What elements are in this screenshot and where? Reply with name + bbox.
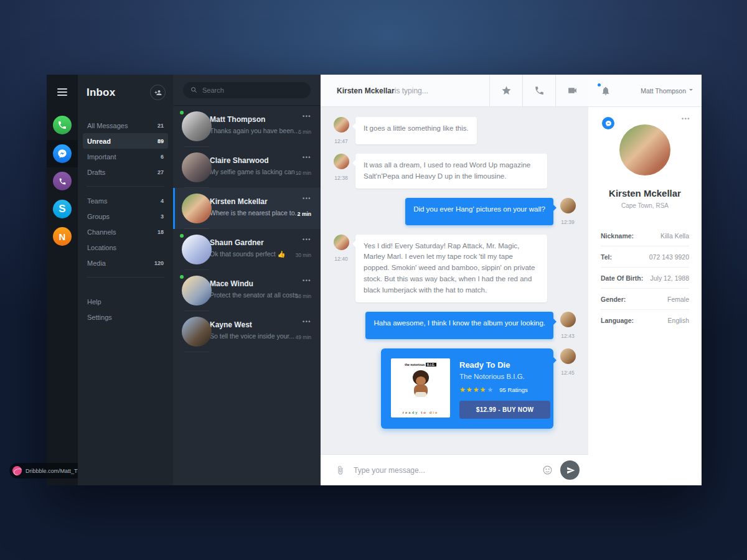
app-rail: S N Dribbble.com/Matt_Thompson xyxy=(47,75,78,485)
sidebar-item-all-messages[interactable]: All Messages 21 xyxy=(83,118,168,133)
menu-divider xyxy=(87,186,164,187)
nimbuzz-letter: N xyxy=(59,231,66,242)
send-button[interactable] xyxy=(560,460,580,480)
avatar xyxy=(560,198,576,213)
sidebar-item-locations[interactable]: Locations xyxy=(83,240,168,255)
attachment-button[interactable] xyxy=(336,465,345,475)
typing-status: is typing... xyxy=(395,86,428,95)
incoming-message: 12:38 It was all a dream, I used to read… xyxy=(333,154,576,189)
outgoing-message: Haha awesome, I think I know the album y… xyxy=(333,312,576,339)
album-title: Ready To Die xyxy=(459,360,550,370)
buy-now-button[interactable]: $12.99 - BUY NOW xyxy=(459,401,550,419)
notification-dot xyxy=(598,83,601,86)
conversation-list: Matt Thompson Thanks again you have been… xyxy=(173,75,321,485)
avatar xyxy=(334,154,349,169)
more-options-icon[interactable] xyxy=(303,236,311,243)
sidebar-item-channels[interactable]: Channels 18 xyxy=(83,224,168,240)
search-input[interactable] xyxy=(202,86,303,94)
inbox-panel: Inbox All Messages 21 Unread 89 Importan… xyxy=(78,75,173,485)
profile-avatar xyxy=(619,124,670,175)
more-options-icon[interactable] xyxy=(682,116,690,122)
message-time: 12:47 xyxy=(333,138,349,144)
search-bar xyxy=(173,75,321,106)
detail-row: Gender: Female xyxy=(601,289,689,310)
avatar xyxy=(182,317,212,347)
smiley-icon xyxy=(542,465,553,475)
sidebar-item-media[interactable]: Media 120 xyxy=(83,255,168,271)
message-bubble: Did you ever Hang' pictures on your wall… xyxy=(405,198,553,225)
add-contact-button[interactable] xyxy=(150,85,166,100)
more-options-icon[interactable] xyxy=(303,113,311,119)
conversation-row[interactable]: Shaun Gardner Ok that sounds perfect 👍 3… xyxy=(173,229,321,270)
conversation-row[interactable]: Mace Windu Protect the senator at all co… xyxy=(173,270,321,311)
avatar xyxy=(182,194,212,223)
sidebar-item-help[interactable]: Help xyxy=(83,294,168,309)
conversation-row[interactable]: Claire Sharwood My selfie game is lackin… xyxy=(173,147,321,188)
message-bubble: Haha awesome, I think I know the album y… xyxy=(365,312,553,339)
notifications-button[interactable] xyxy=(601,86,611,96)
incoming-message: 12:47 It goes a little something like th… xyxy=(333,117,576,144)
more-options-icon[interactable] xyxy=(303,319,311,325)
profile-location: Cape Town, RSA xyxy=(601,202,689,209)
bell-icon xyxy=(601,86,611,96)
favorite-button[interactable] xyxy=(489,75,522,106)
rating-stars: ★★★★ xyxy=(459,386,486,394)
avatar xyxy=(334,117,349,133)
sidebar-item-teams[interactable]: Teams 4 xyxy=(83,193,168,208)
skype-icon[interactable]: S xyxy=(53,200,72,218)
paperclip-icon xyxy=(336,465,345,475)
sidebar-item-important[interactable]: Important 6 xyxy=(83,149,168,164)
account-dropdown[interactable]: Matt Thompson xyxy=(611,87,693,95)
emoji-button[interactable] xyxy=(542,465,560,475)
chevron-down-icon xyxy=(689,89,693,93)
more-options-icon[interactable] xyxy=(303,278,311,284)
online-dot xyxy=(180,111,184,114)
whatsapp-icon[interactable] xyxy=(53,116,72,134)
phone-icon xyxy=(534,85,545,96)
conversation-row[interactable]: Matt Thompson Thanks again you have been… xyxy=(173,106,321,147)
cover-title-text: ready to die xyxy=(403,411,439,414)
avatar xyxy=(182,276,212,306)
incoming-message: 12:40 Yes I did! Every Saturday! Rap Att… xyxy=(333,235,576,302)
rating-star-empty: ★ xyxy=(487,386,493,394)
sidebar-item-drafts[interactable]: Drafts 27 xyxy=(83,164,168,180)
profile-header: Matt Thompson xyxy=(588,75,702,107)
video-camera-icon xyxy=(567,85,578,96)
avatar xyxy=(560,348,576,364)
sidebar-item-settings[interactable]: Settings xyxy=(83,309,168,325)
video-call-button[interactable] xyxy=(555,75,588,106)
search-icon xyxy=(190,86,197,93)
more-options-icon[interactable] xyxy=(303,195,311,202)
hamburger-menu-icon[interactable] xyxy=(57,88,67,96)
chat-contact-name: Kirsten Mckellar xyxy=(337,86,395,95)
album-cover: the notorious B.I.G. ready to die xyxy=(391,358,450,418)
nimbuzz-icon[interactable]: N xyxy=(53,227,72,246)
sidebar-item-unread[interactable]: Unread 89 xyxy=(83,133,168,149)
viber-icon[interactable] xyxy=(53,172,72,190)
avatar xyxy=(560,312,576,327)
message-time: 12:40 xyxy=(333,256,349,262)
online-dot xyxy=(180,234,184,238)
detail-row: Nickname: Killa Kella xyxy=(601,225,689,246)
detail-row: Date Of Birth: July 12, 1988 xyxy=(601,268,689,289)
conversation-row-selected[interactable]: Kirsten Mckellar Where is the nearest pl… xyxy=(173,188,321,229)
profile-details: Nickname: Killa Kella Tel: 072 143 9920 … xyxy=(601,225,689,331)
sidebar-item-groups[interactable]: Groups 3 xyxy=(83,208,168,224)
voice-call-button[interactable] xyxy=(522,75,555,106)
message-bubble: Yes I did! Every Saturday! Rap Attack, M… xyxy=(355,235,547,302)
message-input-bar xyxy=(321,454,588,485)
album-artist: The Notorious B.I.G. xyxy=(459,373,550,380)
message-thread[interactable]: 12:47 It goes a little something like th… xyxy=(321,107,588,454)
skype-letter: S xyxy=(59,203,65,215)
cover-baby-art xyxy=(395,366,446,411)
count-badge: 4 xyxy=(161,198,164,204)
avatar xyxy=(334,235,349,250)
count-badge: 120 xyxy=(154,260,164,266)
app-window: S N Dribbble.com/Matt_Thompson Inbox All… xyxy=(47,75,702,485)
message-input[interactable] xyxy=(354,466,542,475)
send-icon xyxy=(566,466,575,475)
conversation-row[interactable]: Kayne West So tell the voice inside your… xyxy=(173,311,321,352)
more-options-icon[interactable] xyxy=(303,154,311,161)
messenger-icon[interactable] xyxy=(53,144,72,163)
count-badge: 3 xyxy=(161,213,164,220)
